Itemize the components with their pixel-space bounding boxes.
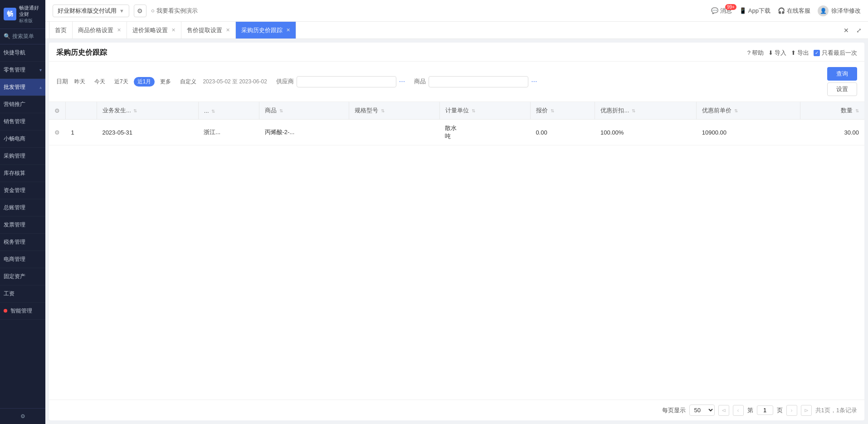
tab-history-price[interactable]: 采购历史价跟踪 ✕ <box>236 22 296 39</box>
export-link[interactable]: ⬆ 导出 <box>791 49 809 57</box>
supplier-label: 供应商 <box>276 77 294 86</box>
setting-button[interactable]: 设置 <box>827 82 857 96</box>
help-icon: ? <box>747 49 751 56</box>
date-today-btn[interactable]: 今天 <box>91 77 109 87</box>
row-pre-discount-price: 10900.00 <box>697 120 800 145</box>
sidebar-item-ecommerce-small[interactable]: 小畅电商 <box>0 130 45 148</box>
per-page-select[interactable]: 50 20 100 <box>689 405 715 416</box>
sidebar-item-purchase[interactable]: 采购管理 <box>0 148 45 165</box>
date-more-btn[interactable]: 更多 <box>156 77 175 87</box>
sidebar-item-sales[interactable]: 销售管理 <box>0 113 45 130</box>
col-qty[interactable]: 数量 ⇅ <box>800 102 864 120</box>
first-page-btn[interactable]: ⊲ <box>718 405 729 416</box>
product-label: 商品 <box>414 77 426 86</box>
message-button[interactable]: 💬 消息 99+ <box>711 7 732 15</box>
row-gear[interactable]: ⚙ <box>49 120 66 145</box>
demo-link[interactable]: ○ 我要看实例演示 <box>151 7 198 15</box>
sidebar-item-assets[interactable]: 固定资产 <box>0 268 45 285</box>
sidebar-settings-btn[interactable]: ⚙ <box>0 408 45 424</box>
sidebar-item-salary[interactable]: 工资 <box>0 285 45 303</box>
tab-strategy[interactable]: 进价策略设置 ✕ <box>127 22 181 39</box>
close-icon[interactable]: ✕ <box>171 27 176 33</box>
date-yesterday-btn[interactable]: 昨天 <box>71 77 89 87</box>
close-icon[interactable]: ✕ <box>226 27 230 33</box>
page-header: 采购历史价跟踪 ? 帮助 ⬇ 导入 ⬆ 导出 ✓ <box>49 43 864 62</box>
close-icon[interactable]: ✕ <box>117 27 121 33</box>
chevron-up-icon: ▴ <box>39 85 42 90</box>
supplier-more-btn[interactable]: ··· <box>399 78 405 85</box>
tab-price[interactable]: 商品价格设置 ✕ <box>73 22 127 39</box>
col-pre-discount-price[interactable]: 优惠前单价 ⇅ <box>697 102 800 120</box>
date-last7-btn[interactable]: 近7天 <box>111 77 132 87</box>
product-input[interactable] <box>429 76 528 87</box>
col-unit[interactable]: 计量单位 ⇅ <box>439 102 530 120</box>
sidebar-item-tax[interactable]: 税务管理 <box>0 234 45 251</box>
table-row: ⚙ 1 2023-05-31 浙江... 丙烯酸-2-... 散水 吨 <box>49 120 864 145</box>
col-product[interactable]: 商品 ⇅ <box>259 102 349 120</box>
row-supplier: 浙江... <box>198 120 259 145</box>
sidebar-item-marketing[interactable]: 营销推广 <box>0 96 45 113</box>
chevron-down-icon: ▼ <box>119 8 124 14</box>
export-icon: ⬆ <box>791 49 796 56</box>
date-custom-btn[interactable]: 自定义 <box>176 77 200 87</box>
settings-icon: ⚙ <box>20 413 25 419</box>
sidebar-item-ecommerce[interactable]: 电商管理 <box>0 251 45 268</box>
app-icon: 畅 <box>4 8 16 20</box>
tab-sale-price[interactable]: 售价提取设置 ✕ <box>181 22 236 39</box>
col-spec[interactable]: 规格型号 ⇅ <box>349 102 440 120</box>
search-menu[interactable]: 🔍 搜索菜单 <box>0 29 45 44</box>
user-menu[interactable]: 👤 徐泽华修改 <box>818 5 861 16</box>
sort-icon: ⇅ <box>551 108 554 113</box>
product-more-btn[interactable]: ··· <box>531 78 537 85</box>
sidebar-item-ledger[interactable]: 总账管理 <box>0 199 45 217</box>
only-last-checkbox[interactable]: ✓ 只看最后一次 <box>814 49 857 57</box>
top-header: 好业财标准版交付试用 ▼ ⚙ ○ 我要看实例演示 💬 消息 99+ 📱 App下… <box>45 0 868 22</box>
col-more[interactable]: ... ⇅ <box>198 102 259 120</box>
tab-home[interactable]: 首页 <box>49 22 73 39</box>
maximize-tab-btn[interactable]: ⤢ <box>853 25 864 36</box>
close-icon[interactable]: ✕ <box>286 27 290 33</box>
header-right: 💬 消息 99+ 📱 App下载 🎧 在线客服 👤 徐泽华修改 <box>711 5 861 16</box>
sidebar-item-wholesale[interactable]: 批发管理 ▴ <box>0 79 45 96</box>
page-suffix: 页 <box>777 406 783 414</box>
date-range-display: 2023-05-02 至 2023-06-02 <box>203 78 267 86</box>
sidebar-item-inventory[interactable]: 库存核算 <box>0 165 45 182</box>
headphone-icon: 🎧 <box>778 7 785 14</box>
checkbox-icon: ✓ <box>814 50 820 56</box>
phone-icon: 📱 <box>739 7 746 14</box>
import-link[interactable]: ⬇ 导入 <box>768 49 786 57</box>
sort-icon: ⇅ <box>734 108 738 113</box>
col-date[interactable]: 业务发生... ⇅ <box>97 102 198 120</box>
sort-icon: ⇅ <box>855 108 859 113</box>
page-number-input[interactable] <box>757 405 773 415</box>
prev-page-btn[interactable]: ‹ <box>733 405 744 416</box>
sidebar-item-smart[interactable]: 智能管理 <box>0 303 45 320</box>
app-download-button[interactable]: 📱 App下载 <box>739 7 770 15</box>
col-price[interactable]: 报价 ⇅ <box>530 102 595 120</box>
sidebar-item-quicknav[interactable]: 快捷导航 <box>0 44 45 62</box>
row-unit: 散水 吨 <box>439 120 530 145</box>
close-tab-btn[interactable]: ✕ <box>841 25 852 36</box>
sidebar-item-finance[interactable]: 资金管理 <box>0 182 45 199</box>
next-page-btn[interactable]: › <box>786 405 797 416</box>
header-gear-button[interactable]: ⚙ <box>134 5 146 17</box>
page-inner: 采购历史价跟踪 ? 帮助 ⬇ 导入 ⬆ 导出 ✓ <box>49 43 864 420</box>
date-options: 昨天 今天 近7天 近1月 更多 自定义 <box>71 77 200 87</box>
query-button[interactable]: 查询 <box>827 67 857 81</box>
col-settings[interactable]: ⚙ <box>49 102 66 120</box>
help-link[interactable]: ? 帮助 <box>747 49 764 57</box>
sidebar-item-retail[interactable]: 零售管理 ▾ <box>0 62 45 79</box>
app-edition: 标准版 <box>19 18 42 24</box>
col-discount[interactable]: 优惠折扣... ⇅ <box>595 102 697 120</box>
sidebar-item-invoice[interactable]: 发票管理 <box>0 217 45 234</box>
row-qty: 30.00 <box>800 120 864 145</box>
supplier-input[interactable] <box>297 76 396 87</box>
col-seq <box>66 102 97 120</box>
online-service-button[interactable]: 🎧 在线客服 <box>778 7 810 15</box>
edition-selector[interactable]: 好业财标准版交付试用 ▼ <box>53 5 129 17</box>
demo-icon: ○ <box>151 7 155 14</box>
header-left: 好业财标准版交付试用 ▼ ⚙ ○ 我要看实例演示 <box>53 5 198 17</box>
search-icon: 🔍 <box>4 33 10 39</box>
date-last1m-btn[interactable]: 近1月 <box>134 77 155 87</box>
last-page-btn[interactable]: ⊳ <box>801 405 812 416</box>
